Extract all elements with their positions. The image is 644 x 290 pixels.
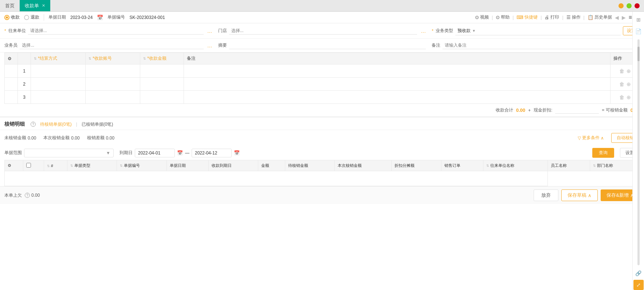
sidebar-expand-icon[interactable]: ⤢ <box>633 280 644 290</box>
col-settings-header[interactable]: ⚙ <box>5 53 18 64</box>
receipt-radio-dot <box>4 15 9 20</box>
row-account[interactable] <box>86 91 140 104</box>
calendar-icon[interactable]: 📅 <box>97 15 103 20</box>
date-from-input[interactable] <box>135 149 175 157</box>
row-settle[interactable] <box>31 78 86 91</box>
counterpart-field: * 往来单位 … <box>4 27 212 35</box>
abandon-btn[interactable]: 放弃 <box>534 189 558 201</box>
account-required: *收款账号 <box>93 56 112 61</box>
history-action[interactable]: 📋 历史单据 <box>588 14 612 20</box>
receipt-refund-toggle: 收款 退款 <box>4 14 39 20</box>
tab-pending[interactable]: 待核销单据(0笔) <box>40 121 72 128</box>
bottom-col-0: ⇅ # <box>44 160 67 171</box>
current-cancel-value: 0.00 <box>71 136 79 141</box>
discount-input[interactable] <box>555 107 599 114</box>
date-to-calendar-icon[interactable]: 📅 <box>234 150 240 156</box>
counterpart-input[interactable] <box>28 27 204 35</box>
col-account-header: ⇅ *收款账号 <box>86 53 140 64</box>
select-all-checkbox[interactable] <box>26 163 31 168</box>
row-amount[interactable] <box>140 78 184 91</box>
tab-done[interactable]: 已核销单据(0笔) <box>82 121 113 128</box>
salesperson-input[interactable] <box>20 42 204 49</box>
nav-right-icon[interactable]: ▶ <box>622 15 626 20</box>
row-copy-btn[interactable]: ⊕ <box>627 94 631 100</box>
info-bar: 未核销金额 0.00 本次核销金额 0.00 核销差额 0.00 ▽ 更多条件 … <box>0 130 644 146</box>
current-cancel-label: 本次核销金额 <box>43 135 70 141</box>
range-select[interactable]: ▼ <box>24 149 114 157</box>
amount-required: *收款金额 <box>147 56 166 61</box>
row-settings <box>5 78 18 91</box>
store-input[interactable] <box>229 27 417 35</box>
tab-receipt[interactable]: 收款单 ✕ <box>20 0 50 11</box>
win-close-btn[interactable] <box>635 3 640 8</box>
history-label: 历史单据 <box>594 14 612 20</box>
salesperson-more-icon[interactable]: … <box>207 43 212 48</box>
tab-receipt-close[interactable]: ✕ <box>42 3 45 8</box>
help-action[interactable]: ⊙ 帮助 <box>496 14 510 20</box>
row-delete-btn[interactable]: 🗑 <box>619 68 624 74</box>
bottom-col-7: 本次核销金额 <box>334 160 392 171</box>
sidebar-scrollbar[interactable] <box>637 39 640 265</box>
row-delete-btn[interactable]: 🗑 <box>619 81 624 87</box>
date-from-calendar-icon[interactable]: 📅 <box>177 150 183 156</box>
more-conditions-btn[interactable]: ▽ 更多条件 ∧ <box>578 135 604 141</box>
salesperson-field: 业务员 … <box>4 42 212 49</box>
section-info-icon[interactable]: ? <box>31 122 36 127</box>
date-value[interactable]: 2023-03-24 <box>70 15 93 20</box>
hamburger-icon[interactable]: ≡ <box>629 14 632 21</box>
date-to-input[interactable] <box>192 149 232 157</box>
number-value[interactable]: SK-20230324-001 <box>129 15 165 20</box>
save-draft-btn[interactable]: 保存草稿 ∧ <box>561 189 598 201</box>
save-draft-arrow: ∧ <box>588 193 592 198</box>
footer-info-icon[interactable]: ? <box>25 193 30 198</box>
row-copy-btn[interactable]: ⊕ <box>627 81 631 87</box>
row-account[interactable] <box>86 64 140 78</box>
shortcut-action[interactable]: ⌨ 快捷键 <box>517 14 538 20</box>
summary-input[interactable] <box>229 42 426 49</box>
video-action[interactable]: ⊙ 视频 <box>475 14 489 20</box>
row-copy-btn[interactable]: ⊕ <box>627 68 631 74</box>
plus-sign: + <box>528 108 531 113</box>
print-action[interactable]: 🖨 打印 <box>545 14 559 20</box>
business-type-select[interactable]: 预收款 ▼ <box>455 27 621 35</box>
receipt-radio[interactable]: 收款 <box>4 14 20 20</box>
win-maximize-btn[interactable] <box>627 3 632 8</box>
settle-required: *结算方式 <box>38 56 57 61</box>
row-settings <box>5 91 18 104</box>
remark-field: 备注 <box>432 42 640 49</box>
store-more-icon[interactable]: … <box>421 28 426 34</box>
row-remark[interactable] <box>184 64 610 78</box>
bottom-col-checkbox[interactable] <box>23 160 44 171</box>
row-amount[interactable] <box>140 91 184 104</box>
row-settle[interactable] <box>31 64 86 78</box>
store-label: 门店 <box>218 28 227 34</box>
query-btn[interactable]: 查询 <box>592 148 614 158</box>
bottom-col-settings[interactable]: ⚙ <box>5 160 23 171</box>
help-icon: ⊙ <box>496 15 500 20</box>
sidebar-doc-icon[interactable]: 📄 <box>633 26 644 36</box>
row-amount[interactable] <box>140 64 184 78</box>
row-num: 2 <box>18 78 31 91</box>
refund-radio-dot <box>24 15 29 20</box>
win-minimize-btn[interactable] <box>619 3 624 8</box>
current-order-label: 本单上欠 <box>4 192 22 199</box>
counterpart-more-icon[interactable]: … <box>207 28 212 34</box>
row-remark[interactable] <box>184 78 610 91</box>
sidebar-thumb <box>637 47 640 61</box>
operation-action[interactable]: ☰ 操作 <box>566 14 581 20</box>
refund-radio[interactable]: 退款 <box>24 14 39 20</box>
history-icon: 📋 <box>588 15 593 20</box>
nav-left-icon[interactable]: ◀ <box>615 15 619 20</box>
row-account[interactable] <box>86 78 140 91</box>
row-remark[interactable] <box>184 91 610 104</box>
sidebar-link-icon[interactable]: 🔗 <box>633 268 644 278</box>
row-delete-btn[interactable]: 🗑 <box>619 94 624 100</box>
remark-input[interactable] <box>443 42 640 49</box>
bottom-col-3: 单据日期 <box>166 160 208 171</box>
more-conditions-label: 更多条件 <box>582 135 600 141</box>
tab-home[interactable]: 首页 <box>0 0 20 11</box>
due-date-label: 到期日 <box>119 150 133 156</box>
col-num-header <box>18 53 31 64</box>
sidebar-table-icon[interactable]: ⊞ <box>633 15 644 25</box>
row-settle[interactable] <box>31 91 86 104</box>
